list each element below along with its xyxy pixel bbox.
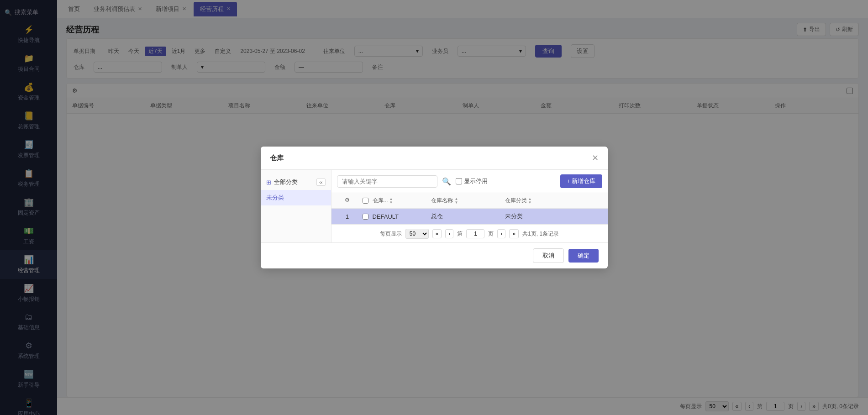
category-all-label: 全部分类: [274, 178, 298, 186]
category-grid-icon: ⊞: [266, 179, 271, 186]
modal-search-input[interactable]: [337, 175, 437, 188]
modal-table: ⚙ 仓库... ▲▼ 仓库名: [331, 193, 608, 225]
row-name: 总仓: [431, 212, 505, 221]
category-all-header[interactable]: ⊞ 全部分类 ‹‹: [261, 174, 331, 190]
modal-page-label: 第: [457, 230, 463, 238]
col-header-seq: ⚙: [336, 197, 359, 205]
modal-header: 仓库 ✕: [261, 147, 608, 170]
modal-next-page-btn[interactable]: ›: [497, 229, 505, 238]
modal-overlay: 仓库 ✕ ⊞ 全部分类 ‹‹ 未分类 🔍: [0, 0, 868, 415]
modal-confirm-button[interactable]: 确定: [568, 249, 599, 263]
gear-col-icon[interactable]: ⚙: [345, 197, 350, 203]
category-unclassified-label: 未分类: [266, 194, 284, 201]
modal-table-panel: 🔍 显示停用 + 新增仓库 ⚙: [331, 170, 608, 242]
modal-cancel-button[interactable]: 取消: [533, 248, 564, 263]
modal-total-text: 共1页, 1条记录: [522, 230, 559, 238]
col-header-category: 仓库分类 ▲▼: [505, 197, 603, 205]
modal-page-input[interactable]: [466, 229, 484, 238]
row-category: 未分类: [505, 212, 603, 221]
modal-close-button[interactable]: ✕: [592, 153, 599, 163]
modal-table-header: ⚙ 仓库... ▲▼ 仓库名: [331, 193, 608, 209]
collapse-btn[interactable]: ‹‹: [316, 179, 325, 186]
modal-search-button[interactable]: 🔍: [442, 177, 451, 186]
modal-search-bar: 🔍 显示停用 + 新增仓库: [331, 170, 608, 193]
col-header-name: 仓库名称 ▲▼: [431, 197, 505, 205]
modal-body: ⊞ 全部分类 ‹‹ 未分类 🔍 显示停用 + 新: [261, 170, 608, 242]
row-seq: 1: [336, 213, 359, 220]
modal-last-page-btn[interactable]: »: [509, 229, 519, 238]
add-warehouse-button[interactable]: + 新增仓库: [560, 174, 602, 188]
category-unclassified[interactable]: 未分类: [261, 190, 331, 205]
modal-select-all-checkbox[interactable]: [363, 197, 368, 205]
modal-per-page-label: 每页显示: [380, 230, 402, 238]
modal-table-row[interactable]: 1 DEFAULT 总仓 未分类: [331, 209, 608, 225]
show-disabled-text: 显示停用: [464, 177, 488, 185]
modal-prev-page-btn[interactable]: ‹: [445, 229, 453, 238]
modal-page-unit: 页: [488, 230, 494, 238]
show-disabled-label: 显示停用: [456, 177, 488, 185]
show-disabled-checkbox[interactable]: [456, 178, 462, 184]
modal-pagination: 每页显示 50 100 « ‹ 第 页 › » 共1页, 1条记录: [331, 225, 608, 242]
row-checkbox[interactable]: [359, 214, 373, 220]
row-code: DEFAULT: [373, 213, 431, 220]
modal-first-page-btn[interactable]: «: [432, 229, 442, 238]
modal-title: 仓库: [270, 154, 284, 163]
modal-footer: 取消 确定: [261, 242, 608, 268]
modal-per-page-select[interactable]: 50 100: [405, 229, 429, 239]
warehouse-modal: 仓库 ✕ ⊞ 全部分类 ‹‹ 未分类 🔍: [261, 147, 608, 268]
category-panel: ⊞ 全部分类 ‹‹ 未分类: [261, 170, 331, 242]
col-header-checkbox: [359, 197, 373, 205]
col-header-code: 仓库... ▲▼: [373, 197, 431, 205]
